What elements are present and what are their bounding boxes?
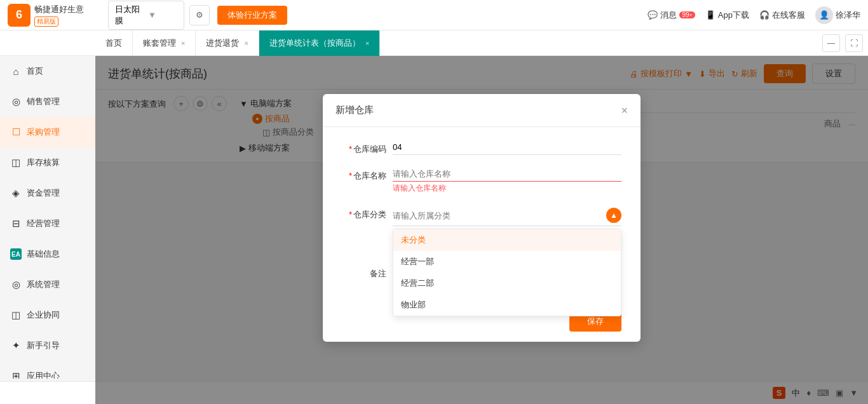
dropdown-item-property[interactable]: 物业部 xyxy=(393,294,621,316)
dropdown-item-uncategorized[interactable]: 未分类 xyxy=(393,229,621,251)
code-field-wrap xyxy=(393,140,621,155)
finance-icon: ◈ xyxy=(10,187,22,199)
name-label: 仓库名称 xyxy=(342,166,393,182)
tab-accounts-close-icon[interactable]: × xyxy=(181,39,185,47)
sidebar-wrapper: ⌂ 首页 ◎ 销售管理 ☐ 采购管理 ◫ 库存核算 ◈ 资金管理 ⊟ 经营管理 xyxy=(0,56,95,404)
category-input[interactable] xyxy=(393,211,606,220)
notification-badge: 99+ xyxy=(679,11,695,18)
tab-purchase-stats-close-icon[interactable]: × xyxy=(365,39,369,47)
sidebar-item-basic[interactable]: EA 基础信息 xyxy=(0,239,95,269)
sidebar-item-home[interactable]: ⌂ 首页 xyxy=(0,56,95,86)
guide-icon: ✦ xyxy=(10,340,22,351)
modal-close-icon[interactable]: × xyxy=(621,105,628,116)
tab-minimize-icon[interactable]: — xyxy=(822,34,840,52)
sidebar: ⌂ 首页 ◎ 销售管理 ☐ 采购管理 ◫ 库存核算 ◈ 资金管理 ⊟ 经营管理 xyxy=(0,56,95,379)
top-header: 6 畅捷通好生意 精易版 日太阳膜 ▼ ⚙ 体验行业方案 💬 消息 99+ 📱 … xyxy=(0,0,868,30)
user-avatar: 👤 xyxy=(815,6,833,24)
sidebar-item-finance[interactable]: ◈ 资金管理 xyxy=(0,178,95,208)
name-field-wrap: 请输入仓库名称 xyxy=(393,166,621,194)
category-input-wrap: ▲ xyxy=(393,205,621,226)
notification-label: 消息 xyxy=(660,10,677,21)
system-icon: ◎ xyxy=(10,279,22,290)
content-area: 进货单统计(按商品) 🖨 按模板打印 ▼ ⬇ 导出 ↻ 刷新 查询 设置 xyxy=(95,56,868,404)
logo-badge: 精易版 xyxy=(34,17,58,27)
logo-area: 6 畅捷通好生意 精易版 xyxy=(8,4,103,27)
sidebar-item-inventory[interactable]: ◫ 库存核算 xyxy=(0,147,95,178)
online-service-item[interactable]: 🎧 在线客服 xyxy=(759,10,805,21)
operations-icon: ⊟ xyxy=(10,218,22,229)
tab-purchase-return-close-icon[interactable]: × xyxy=(244,39,248,47)
user-item[interactable]: 👤 徐泽华 xyxy=(815,6,860,24)
message-icon: 💬 xyxy=(648,10,658,20)
trial-button[interactable]: 体验行业方案 xyxy=(217,6,287,25)
sidebar-item-enterprise[interactable]: ◫ 企业协同 xyxy=(0,300,95,330)
tab-purchase-stats[interactable]: 进货单统计表（按商品） × xyxy=(259,30,380,56)
store-dropdown-arrow-icon: ▼ xyxy=(148,10,177,20)
code-label: 仓库编码 xyxy=(342,140,393,155)
modal-body: 仓库编码 仓库名称 请输入仓库名称 xyxy=(323,127,641,304)
form-row-name: 仓库名称 请输入仓库名称 xyxy=(342,166,621,194)
main-layout: ⌂ 首页 ◎ 销售管理 ☐ 采购管理 ◫ 库存核算 ◈ 资金管理 ⊟ 经营管理 xyxy=(0,56,868,404)
header-right: 💬 消息 99+ 📱 App下载 🎧 在线客服 👤 徐泽华 xyxy=(648,6,860,24)
store-name: 日太阳膜 xyxy=(115,4,144,27)
category-chevron-icon[interactable]: ▲ xyxy=(606,208,621,223)
sidebar-item-purchase[interactable]: ☐ 采购管理 xyxy=(0,117,95,147)
sidebar-item-apps[interactable]: ⊞ 应用中心 xyxy=(0,361,95,379)
tab-home[interactable]: 首页 xyxy=(95,30,133,56)
form-row-code: 仓库编码 xyxy=(342,140,621,155)
app-download-item[interactable]: 📱 App下载 xyxy=(705,10,749,21)
inventory-icon: ◫ xyxy=(10,157,22,168)
category-dropdown: 未分类 经营一部 经营二部 物业部 xyxy=(393,229,621,316)
warehouse-code-input[interactable] xyxy=(393,140,621,155)
tab-purchase-return[interactable]: 进货退货 × xyxy=(196,30,259,56)
form-row-category: 仓库分类 ▲ 未分类 经营一部 经营二部 物业部 xyxy=(342,205,621,226)
notification-item[interactable]: 💬 消息 99+ xyxy=(648,10,695,21)
dropdown-item-ops1[interactable]: 经营一部 xyxy=(393,251,621,273)
purchase-icon: ☐ xyxy=(10,126,22,138)
apps-icon: ⊞ xyxy=(10,370,22,379)
category-label: 仓库分类 xyxy=(342,205,393,220)
notes-label: 备注 xyxy=(342,264,393,279)
modal-header: 新增仓库 × xyxy=(323,94,641,127)
warehouse-name-input[interactable] xyxy=(393,166,621,182)
sidebar-item-sales[interactable]: ◎ 销售管理 xyxy=(0,86,95,117)
headset-icon: 🎧 xyxy=(759,10,770,20)
sales-icon: ◎ xyxy=(10,96,22,107)
sidebar-item-system[interactable]: ◎ 系统管理 xyxy=(0,269,95,300)
settings-icon[interactable]: ⚙ xyxy=(189,5,210,25)
basic-icon: EA xyxy=(10,248,22,260)
store-selector[interactable]: 日太阳膜 ▼ xyxy=(108,1,184,30)
name-error-msg: 请输入仓库名称 xyxy=(393,183,621,194)
tab-bar-controls: — ⛶ xyxy=(822,34,868,52)
sidebar-item-guide[interactable]: ✦ 新手引导 xyxy=(0,330,95,361)
logo-text: 畅捷通好生意 精易版 xyxy=(34,4,84,27)
sidebar-item-operations[interactable]: ⊟ 经营管理 xyxy=(0,208,95,239)
category-field-wrap: ▲ 未分类 经营一部 经营二部 物业部 xyxy=(393,205,621,226)
modal-title: 新增仓库 xyxy=(336,104,374,116)
new-warehouse-modal: 新增仓库 × 仓库编码 仓库名称 xyxy=(323,94,641,342)
tab-accounts[interactable]: 账套管理 × xyxy=(133,30,196,56)
modal-overlay: 新增仓库 × 仓库编码 仓库名称 xyxy=(95,56,868,404)
dropdown-item-ops2[interactable]: 经营二部 xyxy=(393,273,621,294)
tab-bar: 首页 账套管理 × 进货退货 × 进货单统计表（按商品） × — ⛶ xyxy=(0,30,868,56)
home-icon: ⌂ xyxy=(10,65,22,77)
tab-maximize-icon[interactable]: ⛶ xyxy=(845,34,863,52)
app-logo-icon: 6 xyxy=(8,4,31,27)
phone-icon: 📱 xyxy=(705,10,715,20)
enterprise-icon: ◫ xyxy=(10,309,22,321)
